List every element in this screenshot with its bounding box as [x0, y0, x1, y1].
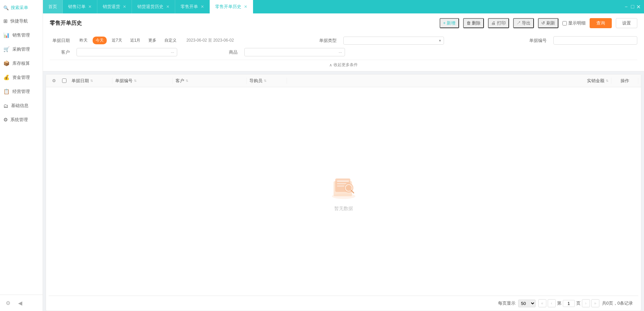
sidebar-item-nav-system[interactable]: ⚙系统管理 [0, 113, 43, 127]
tab-home[interactable]: 首页 [43, 0, 63, 13]
page-nav: « ‹ 第 页 › » [538, 299, 599, 307]
goods-filter-input[interactable] [247, 50, 339, 55]
tab-retail-history[interactable]: 零售开单历史✕ [210, 0, 253, 13]
close-btn[interactable]: ✕ [636, 4, 641, 10]
window-controls: － □ ✕ [620, 3, 644, 10]
sidebar-item-nav-purchase[interactable]: 🛒采购管理 [0, 42, 43, 56]
col-header-amount[interactable]: 实销金额 ⇅ [568, 78, 611, 84]
nav-label-nav-finance: 资金管理 [12, 74, 30, 81]
sidebar-settings-btn[interactable]: ⚙ [3, 298, 13, 308]
page-label-post: 页 [576, 300, 581, 306]
type-filter-select[interactable]: ▾ [343, 37, 444, 45]
print-button[interactable]: 🖨 打印 [488, 18, 509, 28]
query-button[interactable]: 查询 [590, 18, 612, 28]
show-detail-toggle[interactable]: 显示明细 [562, 20, 586, 26]
page-next-btn[interactable]: › [582, 299, 590, 307]
goods-filter-dots[interactable]: ··· [339, 50, 342, 55]
sidebar-search-label: 搜索采单 [11, 5, 28, 11]
date-btn-更多[interactable]: 更多 [145, 37, 159, 44]
page-prev-btn[interactable]: ‹ [548, 299, 556, 307]
tab-retail-open-close[interactable]: ✕ [201, 4, 204, 9]
nav-icon-nav-system: ⚙ [3, 117, 8, 123]
date-filter-label: 单据日期 [50, 38, 70, 44]
col-header-guide[interactable]: 导购员 ⇅ [247, 78, 287, 84]
per-page-select[interactable]: 102050100 [518, 300, 536, 307]
show-detail-checkbox[interactable] [562, 21, 567, 25]
add-button[interactable]: + 新增 [440, 18, 459, 28]
sidebar-item-nav-basic[interactable]: 🗂基础信息 [0, 99, 43, 113]
empty-text: 暂无数据 [334, 206, 353, 212]
type-filter-label: 单据类型 [316, 38, 337, 44]
date-btn-近7天[interactable]: 近7天 [109, 37, 125, 44]
col-header-customer[interactable]: 客户 ⇅ [173, 78, 247, 84]
minimize-btn[interactable]: － [624, 3, 629, 10]
sidebar-collapse-btn[interactable]: ◀ [15, 298, 25, 308]
customer-filter-dots[interactable]: ··· [171, 50, 174, 55]
tab-sales-return-history-label: 销货退货历史 [137, 4, 163, 10]
sidebar-item-nav-inventory[interactable]: 📦库存核算 [0, 56, 43, 70]
col-customer-sort-icon: ⇅ [186, 79, 188, 83]
page-last-btn[interactable]: » [591, 299, 599, 307]
page-input[interactable] [563, 300, 575, 307]
sidebar-nav: ⊞快捷导航📊销售管理🛒采购管理📦库存核算💰资金管理📋经营管理🗂基础信息⚙系统管理 [0, 14, 43, 295]
delete-button[interactable]: 🗑 删除 [463, 18, 484, 28]
main-area: 首页销售订单✕销货退货✕销货退货历史✕零售开单✕零售开单历史✕ － □ ✕ 零售… [43, 0, 644, 311]
tab-retail-open-label: 零售开单 [181, 4, 198, 10]
maximize-btn[interactable]: □ [631, 4, 634, 10]
nav-label-nav-purchase: 采购管理 [12, 46, 30, 52]
nav-label-nav-system: 系统管理 [10, 117, 28, 123]
no-filter-input[interactable] [556, 38, 634, 43]
goods-filter-label: 商品 [217, 49, 238, 55]
col-header-no[interactable]: 单据编号 ⇅ [112, 78, 173, 84]
goods-filter-input-wrap: ··· [244, 48, 345, 56]
select-all-checkbox[interactable] [62, 79, 66, 83]
customer-filter-input-wrap: ··· [77, 48, 177, 56]
tab-sales-return-history-close[interactable]: ✕ [166, 4, 169, 9]
date-range-display: 2023-06-02 至 2023-06-02 [186, 38, 234, 43]
col-guide-sort-icon: ⇅ [264, 79, 266, 83]
sidebar-item-nav-operation[interactable]: 📋经营管理 [0, 85, 43, 99]
tab-retail-history-close[interactable]: ✕ [244, 4, 247, 9]
col-amount-label: 实销金额 [587, 78, 604, 84]
date-btn-昨天[interactable]: 昨天 [77, 37, 91, 44]
nav-label-nav-operation: 经营管理 [12, 89, 30, 95]
col-customer-label: 客户 [176, 78, 184, 84]
tab-sales-order-close[interactable]: ✕ [88, 4, 92, 9]
settings-button[interactable]: 设置 [616, 18, 637, 28]
export-button[interactable]: ↗ 导出 [513, 18, 534, 28]
col-date-sort-icon: ⇅ [90, 79, 93, 83]
tab-sales-return-history[interactable]: 销货退货历史✕ [132, 0, 175, 13]
collapse-button[interactable]: ∧ 收起更多条件 [326, 61, 361, 68]
date-btn-今天[interactable]: 今天 [93, 37, 107, 44]
select-all-checkbox-wrap [59, 79, 69, 83]
refresh-button[interactable]: ↺ 刷新 [538, 18, 558, 28]
empty-svg [327, 171, 360, 205]
sidebar-footer: ⚙ ◀ [0, 295, 43, 311]
table-settings-btn[interactable]: ⚙ [49, 78, 59, 83]
tab-sales-return[interactable]: 销货退货✕ [97, 0, 132, 13]
sidebar-item-nav-finance[interactable]: 💰资金管理 [0, 70, 43, 85]
tab-sales-return-close[interactable]: ✕ [123, 4, 126, 9]
page-label-pre: 第 [557, 300, 561, 306]
table-wrap: ⚙ 单据日期 ⇅ 单据编号 ⇅ 客户 ⇅ 导购员 ⇅ [46, 74, 641, 311]
page-title: 零售开单历史 [50, 20, 82, 27]
nav-label-nav-sales: 销售管理 [12, 32, 30, 38]
nav-icon-nav-inventory: 📦 [3, 60, 10, 66]
date-btn-自定义[interactable]: 自定义 [161, 37, 180, 44]
tab-sales-order[interactable]: 销售订单✕ [63, 0, 97, 13]
toolbar: + 新增 🗑 删除 🖨 打印 ↗ 导出 ↺ 刷新 显示明细 查询 设置 [440, 18, 637, 28]
customer-filter-input[interactable] [80, 50, 171, 55]
customer-filter-label: 客户 [50, 49, 70, 55]
tab-retail-open[interactable]: 零售开单✕ [175, 0, 210, 13]
page-first-btn[interactable]: « [538, 299, 546, 307]
nav-icon-nav-quick: ⊞ [3, 18, 8, 24]
col-header-date[interactable]: 单据日期 ⇅ [69, 78, 112, 84]
col-date-label: 单据日期 [71, 78, 89, 84]
sidebar-search[interactable]: 🔍 搜索采单 [0, 0, 43, 14]
sidebar-item-nav-sales[interactable]: 📊销售管理 [0, 28, 43, 42]
show-detail-label: 显示明细 [568, 20, 586, 26]
col-no-label: 单据编号 [115, 78, 133, 84]
sidebar-item-nav-quick[interactable]: ⊞快捷导航 [0, 14, 43, 28]
date-btn-近1月[interactable]: 近1月 [127, 37, 144, 44]
pagination: 每页显示 102050100 « ‹ 第 页 › » 共0页，0条记录 [49, 296, 638, 311]
